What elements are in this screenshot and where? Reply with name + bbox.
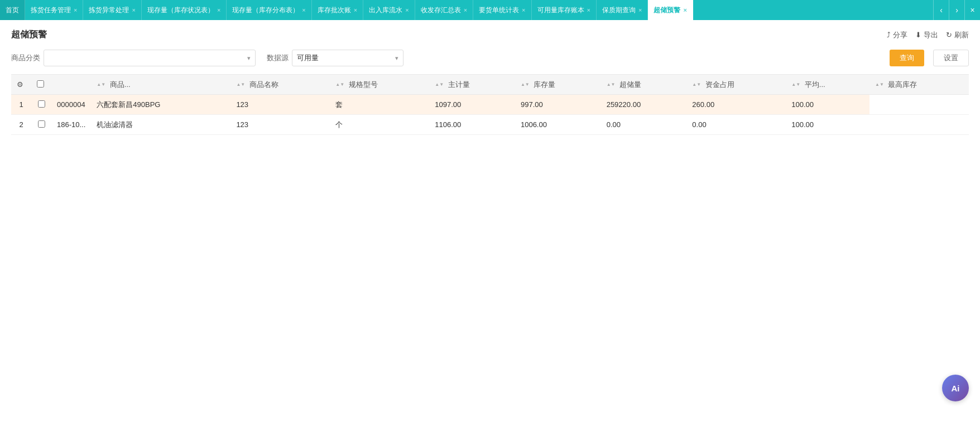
category-select[interactable]: ▾: [44, 50, 256, 66]
column-goods-name[interactable]: ▲▼ 商品名称: [230, 75, 330, 95]
page-header: 超储预警 ⤴ 分享 ⬇ 导出 ↻ 刷新: [11, 29, 969, 41]
nav-batch-account[interactable]: 库存批次账 ×: [312, 0, 363, 20]
row-checkbox-cell: [31, 95, 51, 115]
settings-button[interactable]: 设置: [933, 50, 969, 66]
column-rownum: [51, 75, 91, 95]
column-avg[interactable]: ▲▼ 平均...: [786, 75, 869, 95]
stock: 1106.00: [429, 115, 515, 135]
query-button[interactable]: 查询: [890, 50, 924, 66]
capital: 259220.00: [601, 95, 687, 115]
table-body: 1 0000004 六配套新昌490BPG 123 套 1097.00 997.…: [11, 95, 969, 135]
goods-name: 机油滤清器: [91, 115, 230, 135]
close-icon[interactable]: ×: [217, 7, 220, 13]
sort-icon: ▲▼: [236, 83, 245, 87]
nav-summary[interactable]: 收发存汇总表 ×: [415, 0, 473, 20]
column-capital[interactable]: ▲▼ 资金占用: [686, 75, 786, 95]
nav-home[interactable]: 首页: [0, 0, 25, 20]
nav-inventory-status[interactable]: 现存量（库存状况表） ×: [142, 0, 227, 20]
max-stock: 100.00: [786, 115, 869, 135]
data-table: ⚙ ▲▼ 商品... ▲▼ 商品名称 ▲▼ 规格型号 ▲▼: [11, 74, 969, 135]
max-stock: 100.00: [786, 95, 869, 115]
avg: 0.00: [686, 115, 786, 135]
close-icon[interactable]: ×: [522, 7, 525, 13]
sort-icon: ▲▼: [335, 83, 344, 87]
close-icon[interactable]: ×: [354, 7, 357, 13]
nav-order-stat[interactable]: 要货单统计表 ×: [473, 0, 531, 20]
column-goods-code[interactable]: ▲▼ 商品...: [91, 75, 230, 95]
spec: 123: [230, 95, 330, 115]
close-icon[interactable]: ×: [464, 7, 467, 13]
nav-inventory-dist[interactable]: 现存量（库存分布表） ×: [227, 0, 311, 20]
select-all-checkbox[interactable]: [37, 80, 44, 88]
datasource-select[interactable]: 可用量 ▾: [292, 50, 403, 66]
nav-next-button[interactable]: ›: [949, 0, 964, 20]
close-icon[interactable]: ×: [638, 7, 642, 13]
spec: 123: [230, 115, 330, 135]
nav-overstock-warning[interactable]: 超储预警 ×: [648, 0, 693, 20]
page-title: 超储预警: [11, 29, 47, 41]
export-icon: ⬇: [915, 31, 921, 39]
avg: 260.00: [686, 95, 786, 115]
stock: 1097.00: [429, 95, 515, 115]
column-spec[interactable]: ▲▼ 规格型号: [330, 75, 429, 95]
capital: 0.00: [601, 115, 687, 135]
header-actions: ⤴ 分享 ⬇ 导出 ↻ 刷新: [887, 30, 969, 40]
column-unit[interactable]: ▲▼ 主计量: [429, 75, 515, 95]
nav-pick-exception[interactable]: 拣货异常处理 ×: [83, 0, 141, 20]
category-label: 商品分类: [11, 53, 40, 63]
nav-available-stock[interactable]: 可用量库存账本 ×: [532, 0, 597, 20]
column-checkbox: [31, 75, 51, 95]
unit: 套: [330, 95, 429, 115]
sort-icon: ▲▼: [791, 83, 800, 87]
close-icon[interactable]: ×: [405, 7, 409, 13]
column-settings[interactable]: ⚙: [11, 75, 31, 95]
share-button[interactable]: ⤴ 分享: [887, 30, 907, 40]
overstock: 997.00: [515, 95, 601, 115]
datasource-label: 数据源: [267, 53, 289, 63]
datasource-filter-group: 数据源 可用量 ▾: [267, 50, 403, 66]
category-filter-group: 商品分类 ▾: [11, 50, 256, 66]
row-checkbox-cell: [31, 115, 51, 135]
unit: 个: [330, 115, 429, 135]
export-button[interactable]: ⬇ 导出: [915, 30, 938, 40]
nav-flow[interactable]: 出入库流水 ×: [363, 0, 415, 20]
page-content: 超储预警 ⤴ 分享 ⬇ 导出 ↻ 刷新 商品分类 ▾ 数据源: [0, 20, 980, 144]
datasource-value: 可用量: [297, 53, 319, 63]
close-icon[interactable]: ×: [74, 7, 77, 13]
table-row: 1 0000004 六配套新昌490BPG 123 套 1097.00 997.…: [11, 95, 969, 115]
goods-name: 六配套新昌490BPG: [91, 95, 230, 115]
close-icon[interactable]: ×: [683, 7, 686, 13]
sort-icon: ▲▼: [435, 83, 444, 87]
overstock: 1006.00: [515, 115, 601, 135]
nav-arrows: ‹ › ×: [933, 0, 980, 20]
share-icon: ⤴: [887, 31, 891, 39]
sort-icon: ▲▼: [875, 83, 884, 87]
close-icon[interactable]: ×: [132, 7, 135, 13]
row-number: 1: [11, 95, 31, 115]
filter-row: 商品分类 ▾ 数据源 可用量 ▾ 查询 设置: [11, 50, 969, 66]
row-checkbox[interactable]: [38, 100, 45, 108]
nav-pick-task[interactable]: 拣货任务管理 ×: [25, 0, 83, 20]
table-header: ⚙ ▲▼ 商品... ▲▼ 商品名称 ▲▼ 规格型号 ▲▼: [11, 75, 969, 95]
top-navigation: 首页 拣货任务管理 × 拣货异常处理 × 现存量（库存状况表） × 现存量（库存…: [0, 0, 980, 20]
refresh-button[interactable]: ↻ 刷新: [946, 30, 969, 40]
goods-code: 186-10...: [51, 115, 91, 135]
table-row: 2 186-10... 机油滤清器 123 个 1106.00 1006.00 …: [11, 115, 969, 135]
close-icon[interactable]: ×: [587, 7, 590, 13]
column-max-stock[interactable]: ▲▼ 最高库存: [869, 75, 969, 95]
nav-close-all-button[interactable]: ×: [964, 0, 980, 20]
goods-code: 0000004: [51, 95, 91, 115]
sort-icon: ▲▼: [692, 83, 701, 87]
refresh-icon: ↻: [946, 31, 952, 39]
nav-quality-period[interactable]: 保质期查询 ×: [597, 0, 648, 20]
chevron-down-icon: ▾: [395, 55, 398, 62]
sort-icon: ▲▼: [607, 83, 616, 87]
sort-icon: ▲▼: [521, 83, 530, 87]
nav-prev-button[interactable]: ‹: [933, 0, 949, 20]
row-checkbox[interactable]: [38, 120, 45, 128]
sort-icon: ▲▼: [97, 83, 105, 87]
column-overstock[interactable]: ▲▼ 超储量: [601, 75, 687, 95]
column-stock[interactable]: ▲▼ 库存量: [515, 75, 601, 95]
chevron-down-icon: ▾: [247, 55, 251, 62]
close-icon[interactable]: ×: [302, 7, 305, 13]
